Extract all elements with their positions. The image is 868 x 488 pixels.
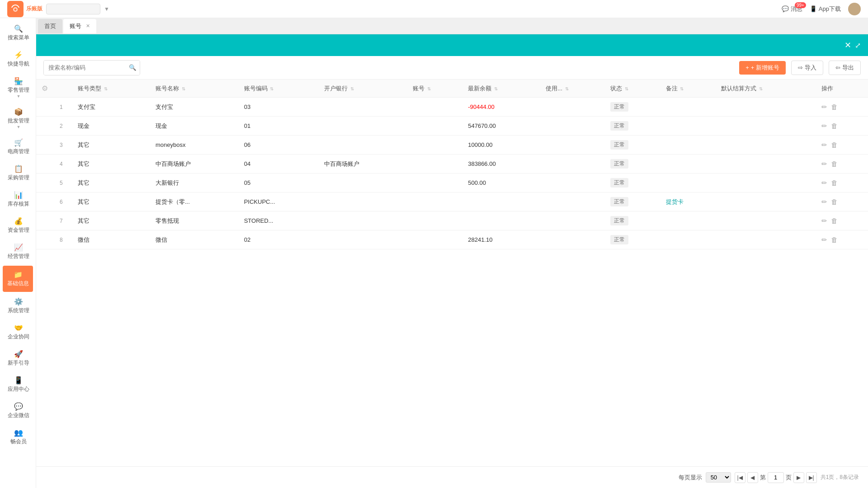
page-close-icon[interactable]: ✕ xyxy=(844,40,851,50)
prev-page-button[interactable]: ◀ xyxy=(747,472,758,483)
sidebar-item-label-search-order: 搜索菜单 xyxy=(8,34,29,42)
th-remark[interactable]: 备注 ⇅ xyxy=(660,80,716,98)
edit-icon-4[interactable]: ✏ xyxy=(821,179,827,187)
th-account-code[interactable]: 账号编码 ⇅ xyxy=(239,80,319,98)
cell-usage-5 xyxy=(540,192,605,211)
sidebar-item-ecommerce-mgmt[interactable]: 🛒 电商管理 xyxy=(0,134,36,160)
cell-usage-7 xyxy=(540,230,605,249)
cell-status-0: 正常 xyxy=(605,98,660,117)
first-page-button[interactable]: |◀ xyxy=(735,472,745,483)
th-usage[interactable]: 使用... ⇅ xyxy=(540,80,605,98)
th-status[interactable]: 状态 ⇅ xyxy=(605,80,660,98)
sidebar-item-search-order[interactable]: 🔍 搜索菜单 xyxy=(0,20,36,46)
sidebar-item-quick-nav[interactable]: ⚡ 快捷导航 xyxy=(0,46,36,72)
sidebar-item-app-center[interactable]: 📱 应用中心 xyxy=(0,371,36,398)
export-icon: ⇦ xyxy=(835,64,840,71)
tab-close-icon[interactable]: ✕ xyxy=(86,23,90,29)
sidebar-item-purchase-mgmt[interactable]: 📋 采购管理 xyxy=(0,160,36,186)
delete-icon-1[interactable]: 🗑 xyxy=(831,122,838,130)
table-area: ⚙ 账号类型 ⇅ 账号名称 ⇅ 账号编码 ⇅ 开户银行 ⇅ 账号 ⇅ 最新余额 … xyxy=(36,80,868,466)
user-avatar[interactable] xyxy=(848,3,861,15)
delete-icon-3[interactable]: 🗑 xyxy=(831,160,838,168)
add-account-button[interactable]: + + 新增账号 xyxy=(739,61,786,75)
th-account[interactable]: 账号 ⇅ xyxy=(407,80,462,98)
tab-account-label: 账号 xyxy=(70,22,81,30)
cell-account-name-5: 提货卡（零... xyxy=(150,192,239,211)
cell-open-bank-7 xyxy=(319,230,407,249)
th-open-bank[interactable]: 开户银行 ⇅ xyxy=(319,80,407,98)
sidebar-item-wholesale-mgmt[interactable]: 📦 批发管理 ▼ xyxy=(0,103,36,134)
cell-num-0: 1 xyxy=(54,98,72,117)
cell-num-2: 3 xyxy=(54,136,72,155)
search-button[interactable]: 🔍 xyxy=(125,61,140,75)
tab-account[interactable]: 账号 ✕ xyxy=(63,19,96,33)
sort-usage-icon: ⇅ xyxy=(565,86,569,91)
retail-mgmt-icon: 🏪 xyxy=(14,77,23,85)
th-action: 操作 xyxy=(816,80,868,98)
delete-icon-2[interactable]: 🗑 xyxy=(831,141,838,149)
last-page-button[interactable]: ▶| xyxy=(806,472,817,483)
sidebar-item-corp-agreement[interactable]: 🤝 企业协同 xyxy=(0,319,36,345)
delete-icon-7[interactable]: 🗑 xyxy=(831,236,838,244)
sidebar-item-basic-info[interactable]: 📁 基础信息 xyxy=(3,266,33,292)
sidebar-item-label-purchase: 采购管理 xyxy=(8,174,29,182)
delete-icon-6[interactable]: 🗑 xyxy=(831,217,838,225)
export-button[interactable]: ⇦ 导出 xyxy=(829,61,861,75)
sidebar-item-finance-mgmt[interactable]: 💰 资金管理 xyxy=(0,212,36,239)
page-of-label: 页 xyxy=(786,474,792,482)
th-account-name[interactable]: 账号名称 ⇅ xyxy=(150,80,239,98)
status-badge-1: 正常 xyxy=(610,121,628,131)
message-button[interactable]: 💬 消息 99+ xyxy=(782,5,802,13)
topbar-search-input[interactable] xyxy=(46,4,100,14)
add-icon: + xyxy=(745,64,749,71)
page-number-input[interactable] xyxy=(768,472,784,483)
delete-icon-4[interactable]: 🗑 xyxy=(831,179,838,187)
sidebar-item-members[interactable]: 👥 畅会员 xyxy=(0,424,36,450)
app-download-button[interactable]: 📱 App下载 xyxy=(810,5,841,13)
delete-icon-0[interactable]: 🗑 xyxy=(831,103,838,111)
page-size-select[interactable]: 50 100 200 xyxy=(706,472,731,483)
cell-action-0: ✏ 🗑 xyxy=(816,98,868,117)
cell-default-settle-2 xyxy=(716,136,816,155)
edit-icon-7[interactable]: ✏ xyxy=(821,236,827,244)
cell-account-type-1: 现金 xyxy=(72,117,150,136)
cell-settings-7 xyxy=(36,230,54,249)
cell-num-1: 2 xyxy=(54,117,72,136)
import-button[interactable]: ⇨ 导入 xyxy=(791,61,823,75)
sidebar-item-retail-mgmt[interactable]: 🏪 零售管理 ▼ xyxy=(0,72,36,103)
edit-icon-5[interactable]: ✏ xyxy=(821,198,827,206)
page-nav: |◀ ◀ 第 页 ▶ ▶| xyxy=(735,472,817,483)
cell-account-4 xyxy=(407,174,462,192)
th-default-settle[interactable]: 默认结算方式 ⇅ xyxy=(716,80,816,98)
sidebar-item-corp-wechat[interactable]: 💬 企业微信 xyxy=(0,398,36,424)
cell-account-code-5: PICKUPC... xyxy=(239,192,319,211)
cell-open-bank-2 xyxy=(319,136,407,155)
table-row: 3 其它 moneybosx 06 10000.00 正常 ✏ 🗑 xyxy=(36,136,868,155)
sidebar-item-operation-mgmt[interactable]: 📈 经营管理 xyxy=(0,239,36,265)
settings-icon[interactable]: ⚙ xyxy=(42,84,48,92)
edit-icon-1[interactable]: ✏ xyxy=(821,122,827,130)
cell-default-settle-6 xyxy=(716,211,816,230)
edit-icon-6[interactable]: ✏ xyxy=(821,217,827,225)
edit-icon-3[interactable]: ✏ xyxy=(821,160,827,168)
sidebar-item-inventory[interactable]: 📊 库存核算 xyxy=(0,186,36,212)
tab-home[interactable]: 首页 xyxy=(38,19,62,33)
edit-icon-0[interactable]: ✏ xyxy=(821,103,827,111)
edit-icon-2[interactable]: ✏ xyxy=(821,141,827,149)
cell-account-code-2: 06 xyxy=(239,136,319,155)
cell-default-settle-7 xyxy=(716,230,816,249)
status-badge-4: 正常 xyxy=(610,178,628,188)
next-page-button[interactable]: ▶ xyxy=(793,472,804,483)
th-latest-balance[interactable]: 最新余额 ⇅ xyxy=(462,80,540,98)
sidebar-item-system-mgmt[interactable]: ⚙️ 系统管理 xyxy=(0,293,36,319)
page-expand-icon[interactable]: ⤢ xyxy=(855,41,861,50)
cell-account-0 xyxy=(407,98,462,117)
import-icon: ⇨ xyxy=(798,64,803,71)
cell-action-4: ✏ 🗑 xyxy=(816,174,868,192)
th-account-type[interactable]: 账号类型 ⇅ xyxy=(72,80,150,98)
sidebar-item-newbie-guide[interactable]: 🚀 新手引导 xyxy=(0,345,36,371)
cell-default-settle-1 xyxy=(716,117,816,136)
search-input[interactable] xyxy=(44,61,125,75)
dropdown-arrow-icon[interactable]: ▼ xyxy=(104,6,109,12)
delete-icon-5[interactable]: 🗑 xyxy=(831,198,838,206)
